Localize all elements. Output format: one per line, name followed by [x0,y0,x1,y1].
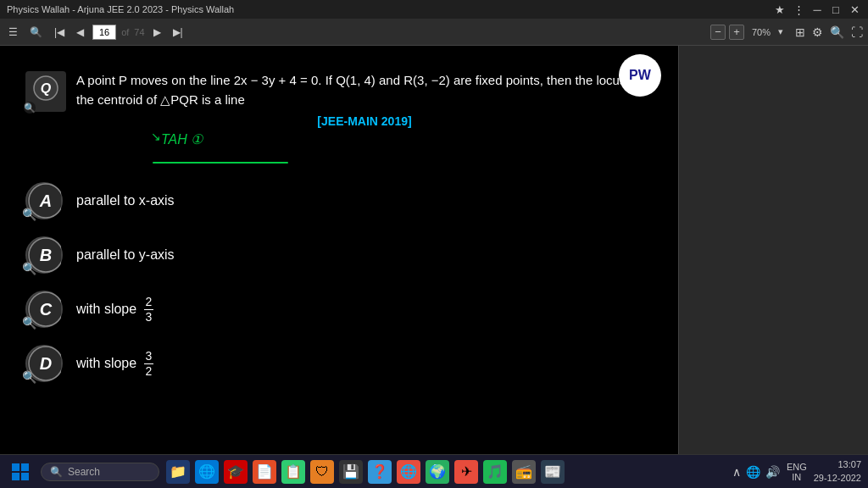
next-next-button[interactable]: ▶| [170,25,186,40]
annotation-text: TAH ① [161,131,203,147]
minimize-button[interactable]: ─ [810,3,824,16]
bookmark-icon[interactable]: ★ [773,3,787,16]
option-d-fraction: 3 2 [144,349,154,379]
taskbar-app-pw[interactable]: 🎓 [224,460,248,484]
option-c-denominator: 3 [144,310,154,324]
option-a-row: A 🔍 parallel to x-axis [25,182,653,219]
start-button[interactable] [7,458,34,485]
annotation-underline [153,162,288,164]
question-icon: Q 🔍 [25,71,66,112]
taskbar-search[interactable]: 🔍 Search [41,463,159,481]
taskbar-search-icon: 🔍 [50,466,63,478]
option-c-row: C 🔍 with slope 2 3 [25,291,653,328]
toolbar: ☰ 🔍 |◀ ◀ of 74 ▶ ▶| − + 70% ▾ ⊞ ⚙ 🔍 ⛶ [0,19,868,46]
grid-icon[interactable]: ⊞ [795,25,805,39]
taskbar-right: ∧ 🌐 🔊 ENGIN 13:07 29-12-2022 [732,458,861,485]
sidebar-panel [678,46,868,454]
tray-net-icon[interactable]: 🌐 [746,465,760,479]
magnifier-c-icon: 🔍 [22,316,37,331]
taskbar-app-6[interactable]: 🌐 [397,460,420,484]
option-d-text: with slope 3 2 [76,349,153,379]
page-sep: of [121,27,129,37]
zoom-dropdown-icon[interactable]: ▾ [778,26,783,37]
tray-vol-icon[interactable]: 🔊 [765,465,780,479]
main-area: PW Q 🔍 A point P moves on the li [0,46,868,454]
option-c-text: with slope 2 3 [76,295,153,324]
tray-up-icon[interactable]: ∧ [732,465,741,479]
taskbar-app-3[interactable]: 🛡 [310,460,334,484]
option-c-fraction: 2 3 [144,295,154,324]
zoom-in-button[interactable]: + [729,25,744,40]
taskbar-app-7[interactable]: 🌍 [426,460,449,484]
annotation-area: ↘ TAH ① [144,131,653,165]
clock-time: 13:07 [814,458,861,471]
close-button[interactable]: ✕ [848,3,861,16]
taskbar-app-8[interactable]: ✈ [454,460,478,484]
windows-icon [12,463,29,480]
taskbar-app-4[interactable]: 💾 [339,460,363,484]
clock-date: 29-12-2022 [814,472,861,485]
question-content: A point P moves on the line 2x − 3y + 4 … [76,71,653,165]
magnifier-b-icon: 🔍 [22,262,37,277]
option-b-text: parallel to y-axis [76,247,175,263]
taskbar-apps: 📁 🌐 🎓 📄 📋 🛡 💾 ❓ 🌐 🌍 ✈ 🎵 📻 📰 [166,460,565,484]
prev-button[interactable]: ◀ [73,25,87,40]
magnifier-a-icon: 🔍 [22,208,37,223]
question-header: Q 🔍 A point P moves on the line 2x − 3y … [25,71,653,165]
svg-text:D: D [40,354,52,373]
taskbar-app-9[interactable]: 🎵 [483,460,507,484]
question-text: A point P moves on the line 2x − 3y + 4 … [76,71,653,109]
taskbar-app-2[interactable]: 📋 [281,460,305,484]
pw-logo: PW [619,54,661,97]
language-indicator[interactable]: ENGIN [787,462,807,482]
menu-toggle-button[interactable]: ☰ [5,25,21,40]
taskbar-app-explorer[interactable]: 📁 [166,460,190,484]
jee-tag: [JEE-MAIN 2019] [76,114,653,128]
pw-logo-text: PW [629,68,651,83]
title-bar: Physics Wallah - Arjuna JEE 2.0 2023 - P… [0,0,868,19]
option-d-denominator: 2 [144,364,154,379]
fullscreen-icon[interactable]: ⛶ [851,25,863,39]
page-total: 74 [134,27,144,37]
option-b-row: B 🔍 parallel to y-axis [25,236,653,274]
zoom-controls: − + 70% ▾ [710,25,783,40]
zoom-out-button[interactable]: − [710,25,726,40]
prev-prev-button[interactable]: |◀ [51,25,68,40]
taskbar-app-edge[interactable]: 🌐 [195,460,219,484]
search2-icon[interactable]: 🔍 [830,25,844,39]
svg-text:Q: Q [41,81,52,96]
option-a-icon[interactable]: A 🔍 [25,182,63,219]
maximize-button[interactable]: □ [829,3,843,16]
svg-text:B: B [40,246,52,264]
taskbar-app-10[interactable]: 📻 [512,460,536,484]
toolbar-right-icons: ⊞ ⚙ 🔍 ⛶ [795,25,863,39]
taskbar-app-1[interactable]: 📄 [253,460,276,484]
search-button[interactable]: 🔍 [26,25,46,40]
option-b-icon[interactable]: B 🔍 [25,236,63,274]
window-title: Physics Wallah - Arjuna JEE 2.0 2023 - P… [7,4,234,14]
pdf-viewer: PW Q 🔍 A point P moves on the li [0,46,678,454]
menu-icon[interactable]: ⋮ [792,3,805,16]
taskbar-app-5[interactable]: ❓ [368,460,392,484]
annotation-curve-icon: ↘ [151,130,161,143]
taskbar-app-11[interactable]: 📰 [541,460,565,484]
question-box: Q 🔍 A point P moves on the line 2x − 3y … [17,63,661,408]
magnifier-d-icon: 🔍 [22,370,37,385]
system-tray: ∧ 🌐 🔊 [732,465,780,479]
window-controls: ★ ⋮ ─ □ ✕ [773,3,861,16]
zoom-value: 70% [748,27,775,37]
option-d-numerator: 3 [144,349,154,364]
taskbar-search-label: Search [68,466,100,478]
taskbar: 🔍 Search 📁 🌐 🎓 📄 📋 🛡 💾 ❓ 🌐 🌍 ✈ 🎵 📻 📰 ∧ 🌐… [0,454,868,488]
page-number-input[interactable] [92,25,116,40]
clock: 13:07 29-12-2022 [814,458,861,485]
option-c-numerator: 2 [144,295,154,310]
next-button[interactable]: ▶ [150,25,164,40]
options-list: A 🔍 parallel to x-axis B 🔍 [25,182,653,382]
option-d-row: D 🔍 with slope 3 2 [25,345,653,382]
option-a-text: parallel to x-axis [76,193,175,208]
svg-text:A: A [39,191,52,210]
settings-icon[interactable]: ⚙ [812,25,823,39]
option-c-icon[interactable]: C 🔍 [25,291,63,328]
option-d-icon[interactable]: D 🔍 [25,345,63,382]
